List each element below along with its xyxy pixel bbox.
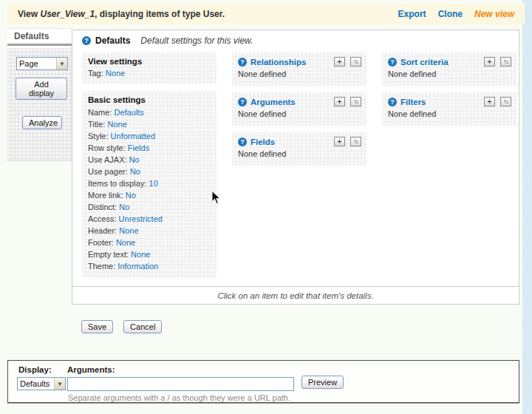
setting-row-footer: Footer: None — [88, 237, 211, 248]
filters-title-link[interactable]: Filters — [400, 98, 426, 106]
page-background-strip — [522, 0, 532, 414]
displays-tab-label: Defaults — [14, 31, 49, 41]
arguments-label: Arguments: — [67, 365, 115, 374]
basic-settings-title: Basic settings — [88, 95, 211, 104]
view-name: User_View_1 — [40, 9, 95, 19]
settings-column-3: ? Sort criteria + ↑↓ None defined ? Filt… — [382, 52, 516, 285]
setting-value-link[interactable]: Unrestricted — [119, 214, 163, 223]
setting-value-link[interactable]: None — [131, 250, 150, 259]
clone-link[interactable]: Clone — [438, 9, 463, 19]
setting-row-name: Name: Defaults — [88, 106, 211, 118]
save-button[interactable]: Save — [81, 320, 113, 333]
setting-row-use-pager: Use pager: No — [88, 166, 211, 177]
setting-row-empty-text: Empty text: None — [88, 248, 211, 260]
none-defined-text: None defined — [238, 109, 361, 120]
preview-display-select[interactable]: Defaults ▼ — [17, 377, 66, 390]
setting-label: Style: — [88, 132, 111, 140]
arguments-input[interactable] — [67, 377, 294, 391]
setting-value-link[interactable]: No — [119, 203, 129, 211]
rearrange-button[interactable]: ↑↓ — [350, 97, 361, 106]
setting-label: More link: — [88, 191, 126, 200]
footer-hint: Click on an item to edit that item's det… — [72, 286, 519, 304]
setting-value-link[interactable]: No — [130, 167, 140, 176]
setting-label: Title: — [88, 120, 108, 129]
setting-value-link[interactable]: None — [119, 226, 138, 235]
tag-value-link[interactable]: None — [106, 69, 125, 78]
add-item-button[interactable]: + — [334, 97, 345, 106]
setting-row-distinct: Distinct: No — [88, 201, 211, 213]
setting-value-link[interactable]: Fields — [128, 143, 149, 152]
sort-criteria-box: ? Sort criteria + ↑↓ None defined — [382, 52, 516, 86]
export-link[interactable]: Export — [398, 9, 426, 19]
setting-row-theme: Theme: Information — [88, 260, 211, 272]
relationships-title-link[interactable]: Relationships — [250, 58, 306, 67]
help-icon[interactable]: ? — [238, 98, 247, 106]
arguments-box: ? Arguments + ↑↓ None defined — [232, 92, 366, 126]
help-icon[interactable]: ? — [388, 98, 397, 106]
none-defined-text: None defined — [238, 149, 361, 160]
setting-value-link[interactable]: No — [126, 191, 136, 200]
setting-value-link[interactable]: 10 — [149, 179, 158, 188]
sort-criteria-title-link[interactable]: Sort criteria — [400, 58, 449, 67]
chevron-down-icon: ▼ — [56, 58, 67, 69]
setting-label: Use pager: — [88, 167, 130, 176]
add-item-button[interactable]: + — [334, 57, 345, 67]
rearrange-button[interactable]: ↑↓ — [500, 57, 511, 67]
view-settings-box: View settings Tag: None — [82, 52, 216, 84]
chevron-down-icon: ▼ — [54, 378, 65, 390]
display-label: Display: — [18, 365, 52, 374]
settings-column-2: ? Relationships + ↑↓ None defined ? Argu… — [232, 52, 366, 285]
tag-setting-row: Tag: None — [88, 68, 211, 79]
setting-value-link[interactable]: Defaults — [114, 108, 143, 117]
add-display-button[interactable]: Add display — [16, 78, 67, 100]
add-item-button[interactable]: + — [484, 97, 495, 106]
add-item-button[interactable]: + — [484, 57, 495, 67]
display-type-select[interactable]: Page ▼ — [16, 57, 68, 70]
rearrange-button[interactable]: ↑↓ — [350, 137, 361, 146]
setting-label: Row style: — [88, 143, 128, 152]
relationships-box: ? Relationships + ↑↓ None defined — [232, 52, 366, 86]
setting-value-link[interactable]: None — [108, 120, 127, 129]
setting-value-link[interactable]: Information — [117, 262, 158, 271]
arguments-title-link[interactable]: Arguments — [250, 98, 296, 106]
setting-value-link[interactable]: No — [129, 155, 140, 164]
none-defined-text: None defined — [238, 69, 361, 80]
view-title: View User_View_1, displaying items of ty… — [18, 9, 398, 19]
preview-button[interactable]: Preview — [301, 376, 344, 389]
add-item-button[interactable]: + — [334, 137, 345, 146]
help-icon[interactable]: ? — [238, 58, 247, 67]
view-title-suffix: , displaying items of type User. — [95, 9, 225, 19]
setting-label: Access: — [88, 214, 119, 223]
rearrange-button[interactable]: ↑↓ — [350, 57, 361, 67]
setting-label: Empty text: — [88, 250, 131, 259]
help-icon[interactable]: ? — [238, 138, 247, 146]
setting-label: Items to display: — [88, 179, 149, 188]
page-header: View User_View_1, displaying items of ty… — [7, 4, 525, 24]
displays-tab-defaults[interactable]: Defaults — [7, 28, 72, 46]
header-links: Export Clone New view — [398, 9, 514, 19]
help-icon[interactable]: ? — [388, 58, 397, 67]
form-actions: Save Cancel — [81, 320, 162, 333]
rearrange-button[interactable]: ↑↓ — [500, 97, 511, 106]
setting-label: Distinct: — [88, 203, 119, 211]
setting-row-header: Header: None — [88, 225, 211, 237]
setting-value-link[interactable]: Unformatted — [111, 132, 156, 140]
setting-row-items: Items to display: 10 — [88, 177, 211, 189]
panel-description: Default settings for this view. — [140, 35, 253, 46]
cancel-button[interactable]: Cancel — [123, 320, 162, 333]
setting-row-title: Title: None — [88, 118, 211, 130]
fields-title-link[interactable]: Fields — [250, 138, 275, 146]
view-settings-title: View settings — [88, 57, 211, 66]
view-title-prefix: View — [18, 9, 40, 19]
help-icon[interactable]: ? — [82, 36, 91, 45]
none-defined-text: None defined — [388, 109, 511, 120]
setting-value-link[interactable]: None — [116, 238, 135, 247]
setting-row-access: Access: Unrestricted — [88, 213, 211, 225]
analyze-button[interactable]: Analyze — [22, 116, 62, 129]
settings-column-1: View settings Tag: None Basic settings N… — [82, 52, 216, 285]
basic-settings-box: Basic settings Name: Defaults Title: Non… — [82, 91, 216, 278]
arguments-help-text: Separate arguments with a / as though th… — [68, 393, 290, 402]
new-view-link[interactable]: New view — [474, 9, 514, 19]
setting-label: Theme: — [88, 262, 117, 271]
setting-row-row-style: Row style: Fields — [88, 142, 211, 154]
